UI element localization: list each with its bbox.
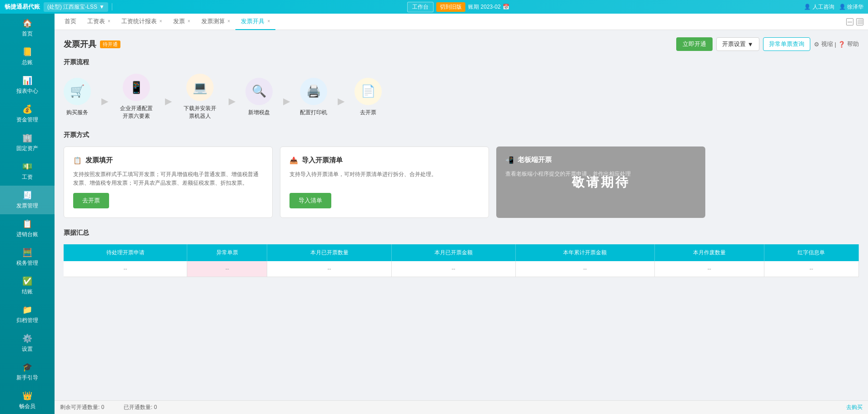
sidebar-item-reports[interactable]: 📊 报表中心 <box>0 71 55 100</box>
sidebar-label-invoice: 发票管理 <box>16 202 38 210</box>
flow-step-3-icon: 💻 <box>186 74 214 101</box>
flow-step-6: 📄 去开票 <box>354 78 382 116</box>
method-manual-icon: 📋 <box>73 157 82 165</box>
help-label: 帮助 <box>847 40 859 48</box>
coming-soon-text: 敬请期待 <box>572 174 630 191</box>
cell-year-amount: -- <box>515 261 654 277</box>
tab-invoice-issue-close[interactable]: × <box>267 19 270 24</box>
method-import-icon: 📥 <box>289 157 298 165</box>
sidebar-item-ledger[interactable]: 📒 总账 <box>0 42 55 71</box>
open-settings-label: 开票设置 <box>722 40 746 48</box>
tab-invoice-issue[interactable]: 发票开具 × <box>235 14 275 30</box>
help-icon: ❓ <box>838 41 845 48</box>
period-edit-icon[interactable]: 📅 <box>503 4 509 10</box>
open-now-button[interactable]: 立即开通 <box>676 37 713 51</box>
cell-month-qty: -- <box>267 261 391 277</box>
import-list-button[interactable]: 导入清单 <box>289 193 331 208</box>
flow-step-1: 🛒 购买服务 <box>64 78 91 116</box>
tab-salary-report[interactable]: 工资统计报表 × <box>116 14 168 30</box>
sidebar-label-settings: 设置 <box>22 345 33 353</box>
buy-link[interactable]: 去购买 <box>846 404 863 411</box>
settle-icon: ✅ <box>22 276 32 286</box>
tab-bar: 首页 工资表 × 工资统计报表 × 发票 × 发票测算 × 发票开具 × <box>55 14 868 30</box>
tab-salary-table[interactable]: 工资表 × <box>82 14 116 30</box>
flow-section-title: 开票流程 <box>64 58 859 66</box>
restore-button[interactable]: ⬜ <box>856 18 863 25</box>
col-month-qty: 本月已开票数量 <box>267 244 391 261</box>
view-options: ⚙ 视缩 | ❓ 帮助 <box>814 40 859 48</box>
sidebar-item-salary[interactable]: 💵 工资 <box>0 157 55 186</box>
flow-steps: 🛒 购买服务 ▶ 📱 企业开通配置开票六要素 ▶ 💻 下载并安装开票机器人 ▶ … <box>64 74 859 120</box>
top-bar: 畅捷通易代账 (处型) 江西服宝-LSS ▼ 工作台 切到旧版 账期 2023-… <box>0 0 868 14</box>
sidebar-item-assets[interactable]: 🏢 固定资产 <box>0 128 55 157</box>
sidebar-item-guide[interactable]: 🎓 新手引导 <box>0 358 55 386</box>
assets-icon: 🏢 <box>22 133 32 143</box>
summary-section-title: 票据汇总 <box>64 229 859 237</box>
flow-step-4-label: 新增税盘 <box>248 109 270 116</box>
abnormal-query-button[interactable]: 异常单票查询 <box>763 37 810 51</box>
tab-invoice-calc-close[interactable]: × <box>228 19 230 24</box>
window-controls: — ⬜ <box>846 18 863 25</box>
tab-salary-table-close[interactable]: × <box>108 19 110 24</box>
sidebar-item-archive[interactable]: 📁 归档管理 <box>0 300 55 329</box>
minimize-button[interactable]: — <box>846 18 853 25</box>
go-issue-button[interactable]: 去开票 <box>73 193 109 208</box>
open-settings-button[interactable]: 开票设置 ▼ <box>716 37 759 51</box>
cell-abnormal: -- <box>187 261 267 277</box>
company-selector[interactable]: (处型) 江西服宝-LSS ▼ <box>44 2 108 12</box>
opened-quota: 已开通数量: 0 <box>124 404 157 410</box>
user-avatar[interactable]: 👤 徐泽华 <box>839 3 863 11</box>
top-bar-right: 👤 人工咨询 👤 徐泽华 <box>804 3 863 11</box>
flow-arrow-3: ▶ <box>218 87 245 106</box>
sidebar-label-purchase: 进销台账 <box>16 231 38 238</box>
flow-step-3-label: 下载并安装开票机器人 <box>182 105 218 120</box>
method-import-title: 📥 导入开票清单 <box>289 156 479 165</box>
tab-invoice[interactable]: 发票 × <box>168 14 196 30</box>
flow-step-6-icon: 📄 <box>354 78 382 105</box>
tab-salary-report-close[interactable]: × <box>160 19 162 24</box>
sidebar-item-invoice[interactable]: 🧾 发票管理 <box>0 186 55 214</box>
cell-red-info: -- <box>764 261 858 277</box>
reports-icon: 📊 <box>22 76 32 86</box>
cell-month-amount: -- <box>391 261 515 277</box>
method-card-manual: 📋 发票填开 支持按照发票样式手工填写开发票；可开具增值税电子普通发票、增值税普… <box>64 146 273 218</box>
sidebar-item-member[interactable]: 👑 畅会员 <box>0 386 55 414</box>
flow-arrow-1: ▶ <box>91 87 118 106</box>
method-card-import: 📥 导入开票清单 支持导入待开票清单，可对待开票清单进行拆分、合并处理。 导入清… <box>280 146 489 218</box>
flow-step-4: 🔍 新增税盘 <box>245 78 273 116</box>
col-pending: 待处理开票申请 <box>64 244 187 261</box>
guide-icon: 🎓 <box>22 362 32 372</box>
col-abnormal: 异常单票 <box>187 244 267 261</box>
method-old-title: 📲 老板端开票 <box>505 156 696 164</box>
flow-arrow-2: ▶ <box>155 87 182 106</box>
sidebar-item-home[interactable]: 🏠 首页 <box>0 14 55 42</box>
period-tag: 账期 2023-02 📅 <box>468 3 509 11</box>
tab-invoice-calc[interactable]: 发票测算 × <box>196 14 236 30</box>
workspace-button[interactable]: 工作台 <box>407 2 434 12</box>
method-manual-label: 发票填开 <box>85 156 113 165</box>
tab-invoice-label: 发票 <box>173 17 185 25</box>
col-red-info: 红字信息单 <box>764 244 858 261</box>
tab-home[interactable]: 首页 <box>59 14 82 30</box>
tab-salary-report-label: 工资统计报表 <box>121 17 157 25</box>
method-old-label: 老板端开票 <box>518 156 552 164</box>
sidebar-item-purchase[interactable]: 📋 进销台账 <box>0 214 55 243</box>
tax-icon: 🧮 <box>22 247 32 257</box>
sidebar-label-salary: 工资 <box>22 173 33 181</box>
cell-void-qty: -- <box>654 261 764 277</box>
old-version-button[interactable]: 切到旧版 <box>436 2 465 12</box>
sidebar-label-archive: 归档管理 <box>16 317 38 324</box>
sidebar-item-funds[interactable]: 💰 资金管理 <box>0 100 55 128</box>
customer-service[interactable]: 👤 人工咨询 <box>804 3 834 11</box>
tab-invoice-issue-label: 发票开具 <box>241 17 264 25</box>
member-icon: 👑 <box>22 391 32 401</box>
view-label: 视缩 <box>821 40 833 48</box>
sidebar-item-tax[interactable]: 🧮 税务管理 <box>0 243 55 272</box>
settings-dropdown-icon: ▼ <box>748 41 753 48</box>
sidebar-item-settings[interactable]: ⚙️ 设置 <box>0 329 55 358</box>
tab-invoice-close[interactable]: × <box>188 19 190 24</box>
sidebar-item-settle[interactable]: ✅ 结账 <box>0 272 55 300</box>
flow-step-4-icon: 🔍 <box>245 78 273 105</box>
sidebar-label-funds: 资金管理 <box>16 116 38 124</box>
method-import-label: 导入开票清单 <box>302 156 343 165</box>
